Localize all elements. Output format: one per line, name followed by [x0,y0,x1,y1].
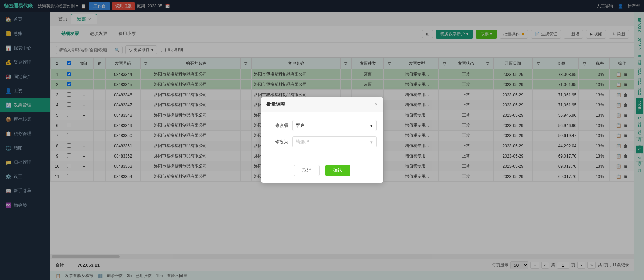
modal-value-select[interactable]: 请选择 ▾ [292,136,377,147]
modal-footer: 取消 确认 [261,161,383,183]
modal-field-row: 修改项 客户 ▾ [268,120,377,131]
batch-adjust-modal: 批量调整 × 修改项 客户 ▾ 修改为 请选择 ▾ 取消 确认 [261,97,383,183]
modal-body: 修改项 客户 ▾ 修改为 请选择 ▾ [261,112,383,161]
modal-field-value: 客户 [296,122,305,129]
modal-overlay[interactable]: 批量调整 × 修改项 客户 ▾ 修改为 请选择 ▾ 取消 确认 [0,0,644,280]
cancel-btn[interactable]: 取消 [294,165,320,176]
confirm-btn[interactable]: 确认 [325,165,350,176]
modal-value-label: 修改为 [268,139,288,145]
modal-field-select[interactable]: 客户 ▾ [292,120,377,131]
modal-header: 批量调整 × [261,97,383,112]
modal-value-row: 修改为 请选择 ▾ [268,136,377,147]
modal-close-btn[interactable]: × [375,101,378,108]
modal-value-dropdown-icon: ▾ [370,139,373,145]
modal-title: 批量调整 [266,101,285,108]
modal-field-dropdown-icon: ▾ [370,123,373,128]
modal-field-label: 修改项 [268,122,288,129]
modal-value-placeholder: 请选择 [296,139,309,145]
